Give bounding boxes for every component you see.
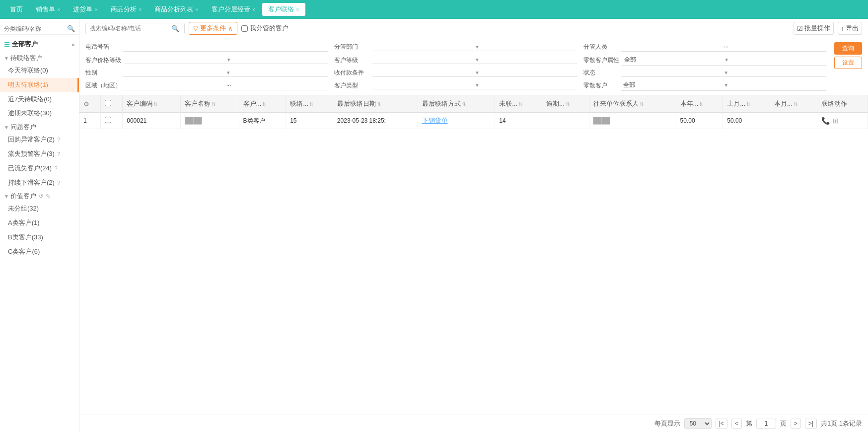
col-overdue[interactable]: 逾期...⇅ (542, 95, 589, 113)
filter-more-button[interactable]: ▽ 更多条件 ∧ (189, 22, 237, 35)
close-purchase-icon[interactable]: × (94, 6, 97, 12)
retail-customer-label: 零散客户 (583, 81, 618, 90)
sidebar-search-input[interactable] (4, 25, 67, 32)
table-row: 1 000021 ████ B类客户 15 2023-05-23 18:25: … (79, 113, 868, 129)
close-analysis-list-icon[interactable]: × (195, 6, 198, 12)
sort-overdue-icon: ⇅ (566, 101, 570, 107)
payment-select[interactable]: ▼ (372, 69, 577, 77)
last-page-button[interactable]: >| (805, 419, 817, 429)
my-customers-checkbox-label[interactable]: 我分管的客户 (241, 24, 289, 33)
nav-analysis[interactable]: 商品分析 × (105, 3, 147, 16)
close-tier-icon[interactable]: × (252, 6, 255, 12)
dept-arrow-icon: ▼ (475, 44, 576, 50)
value-customers-group[interactable]: ▼ 价值客户 ↺ ✎ (0, 190, 79, 202)
top-navigation: 首页 销售单 × 进货单 × 商品分析 × 商品分析列表 × 客户分层经营 × … (0, 0, 868, 19)
first-page-button[interactable]: |< (716, 419, 727, 429)
phone-action-icon[interactable]: 📞 (821, 117, 830, 125)
sidebar-item-overdue[interactable]: 逾期未联络(30) (0, 106, 79, 121)
nav-purchase[interactable]: 进货单 × (67, 3, 103, 16)
row-checkbox[interactable] (105, 117, 111, 123)
sidebar-item-class-c[interactable]: C类客户(6) (0, 245, 79, 259)
col-checkbox[interactable] (100, 95, 122, 113)
page-number-input[interactable] (756, 419, 776, 429)
close-analysis-icon[interactable]: × (139, 6, 142, 12)
nav-customer-contact[interactable]: 客户联络 × (262, 3, 305, 16)
customer-grade-select[interactable]: ▼ (372, 56, 577, 64)
settings-button[interactable]: 设置 (834, 57, 862, 69)
manager-dots-icon[interactable]: ··· (723, 43, 824, 50)
col-last-month[interactable]: 上月...⇅ (723, 95, 770, 113)
sidebar-item-ungroup[interactable]: 未分组(32) (0, 202, 79, 216)
col-code[interactable]: 客户编码⇅ (123, 95, 181, 113)
filter-icon: ▽ (193, 25, 198, 32)
retail-attr-field: 零散客户属性 全部 ▼ (583, 55, 826, 66)
col-gear[interactable]: ⚙ (79, 95, 100, 113)
gender-select[interactable]: ▼ (123, 69, 328, 77)
table-header-row: ⚙ 客户编码⇅ 客户名称⇅ 客户...⇅ 联络...⇅ 最后联络日期⇅ 最后联络… (79, 95, 868, 113)
sidebar-item-today[interactable]: 今天待联络(0) (0, 64, 79, 78)
my-customers-checkbox[interactable] (241, 25, 248, 32)
cell-last-method[interactable]: 下销货单 (418, 113, 495, 129)
search-icon[interactable]: 🔍 (67, 25, 75, 32)
sidebar-item-repurchase[interactable]: 回购异常客户(2) ? (0, 133, 79, 147)
status-select[interactable]: ▼ (621, 69, 826, 77)
export-button[interactable]: ↑ 导出 (838, 22, 863, 35)
col-this-year[interactable]: 本年...⇅ (676, 95, 723, 113)
filter-row-3: 性别 ▼ 收付款条件 ▼ (85, 69, 826, 77)
nav-home[interactable]: 首页 (4, 3, 29, 16)
sidebar-item-churn-warning[interactable]: 流失预警客户(3) ? (0, 147, 79, 161)
col-last-date[interactable]: 最后联络日期⇅ (333, 95, 418, 113)
col-this-month[interactable]: 本月...⇅ (770, 95, 817, 113)
per-page-select[interactable]: 50 100 200 (684, 418, 712, 429)
contact-method-link[interactable]: 下销货单 (422, 117, 448, 124)
sidebar-item-class-b[interactable]: B类客户(33) (0, 230, 79, 245)
sidebar-search-box[interactable]: 🔍 (0, 23, 79, 35)
sidebar-item-churned[interactable]: 已流失客户(24) ? (0, 161, 79, 176)
customer-type-select[interactable]: ▼ (372, 81, 577, 89)
col-type[interactable]: 客户...⇅ (239, 95, 286, 113)
close-sales-icon[interactable]: × (57, 6, 60, 12)
main-search-box[interactable]: 🔍 (85, 23, 185, 34)
nav-customer-tier[interactable]: 客户分层经营 × (206, 3, 261, 16)
query-button[interactable]: 查询 (834, 42, 862, 55)
col-last-method[interactable]: 最后联络方式⇅ (418, 95, 495, 113)
main-search-input[interactable] (90, 25, 169, 32)
collapse-icon[interactable]: « (72, 41, 75, 48)
search-icon2[interactable]: 🔍 (171, 25, 179, 32)
select-all-checkbox[interactable] (105, 100, 111, 106)
sidebar-item-tomorrow[interactable]: 明天待联络(1) (0, 78, 79, 92)
pending-contact-group[interactable]: ▼ 待联络客户 (0, 52, 79, 64)
gear-icon[interactable]: ⚙ (83, 100, 89, 108)
col-unit-contact[interactable]: 往来单位联系人⇅ (589, 95, 676, 113)
retail-attr-select[interactable]: 全部 ▼ (622, 55, 826, 66)
nav-sales[interactable]: 销售单 × (30, 3, 66, 16)
pagination-bar: 每页显示 50 100 200 |< < 第 页 > >| 共1页 1条记录 (79, 415, 868, 432)
nav-analysis-list[interactable]: 商品分析列表 × (148, 3, 204, 16)
col-uncontacted[interactable]: 未联...⇅ (495, 95, 542, 113)
col-contact[interactable]: 联络...⇅ (286, 95, 333, 113)
sidebar-item-declining[interactable]: 持续下滑客户(2) ? (0, 176, 79, 190)
all-customers-title[interactable]: ☰ 全部客户 « (0, 37, 79, 52)
customer-grade-label: 客户等级 (334, 56, 369, 65)
problem-customers-group[interactable]: ▼ 问题客户 (0, 121, 79, 133)
prev-page-button[interactable]: < (731, 419, 742, 429)
price-grade-label: 客户价格等级 (85, 56, 121, 65)
manager-select[interactable]: ··· (621, 42, 826, 52)
bulk-operation-button[interactable]: ☑ 批量操作 (794, 22, 834, 35)
region-select[interactable]: ··· (124, 81, 328, 90)
cell-checkbox[interactable] (100, 113, 122, 129)
dept-select[interactable]: ▼ (372, 43, 577, 51)
sidebar-item-class-a[interactable]: A类客户(1) (0, 216, 79, 230)
phone-input[interactable] (123, 42, 328, 52)
data-table-container: ⚙ 客户编码⇅ 客户名称⇅ 客户...⇅ 联络...⇅ 最后联络日期⇅ 最后联络… (79, 95, 868, 415)
price-grade-select[interactable]: ▼ (124, 56, 328, 64)
retail-customer-select[interactable]: 全部 ▼ (621, 80, 826, 91)
grid-action-icon[interactable]: ⊞ (833, 117, 839, 125)
sidebar-item-7days[interactable]: 近7天待联络(0) (0, 92, 79, 107)
next-page-button[interactable]: > (791, 419, 801, 429)
col-name[interactable]: 客户名称⇅ (181, 95, 239, 113)
phone-field: 电话号码 (85, 42, 328, 52)
close-contact-icon[interactable]: × (296, 6, 299, 12)
region-dots-icon[interactable]: ··· (226, 82, 327, 89)
total-records-label: 共1页 1条记录 (821, 419, 862, 428)
